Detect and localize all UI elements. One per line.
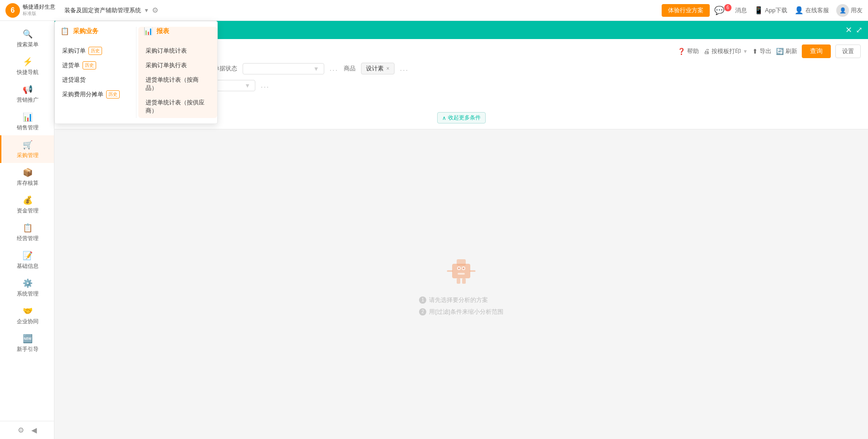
sidebar-bottom: ⚙ ◀: [0, 421, 54, 439]
sidebar-item-inventory[interactable]: 📦 库存核算: [0, 163, 54, 191]
user-area[interactable]: 👤 用友: [836, 4, 863, 17]
basicinfo-icon: 📝: [23, 251, 33, 261]
sidebar-item-cooperation[interactable]: 🤝 企业协同: [0, 301, 54, 329]
sidebar-item-guide[interactable]: 🆕 新手引导: [0, 329, 54, 357]
print-btn[interactable]: 🖨 按模板打印 ▼: [703, 47, 748, 55]
inventory-icon: 📦: [23, 168, 33, 178]
svg-rect-9: [457, 278, 460, 284]
collapse-up-icon: ∧: [442, 115, 446, 121]
export-btn[interactable]: ⬆ 导出: [752, 47, 771, 55]
goods-label: 商品: [344, 64, 356, 73]
settings-btn[interactable]: 设置: [835, 44, 861, 58]
help-icon: ❓: [678, 48, 685, 55]
tab-close-window-btn[interactable]: ✕: [845, 25, 852, 35]
refresh-btn[interactable]: 🔄 刷新: [776, 47, 797, 55]
export-icon: ⬆: [752, 48, 758, 55]
sidebar-item-basicinfo[interactable]: 📝 基础信息: [0, 246, 54, 274]
dropdown-purchase-order[interactable]: 采购订单 历史: [60, 44, 129, 58]
dropdown-inbound-stat-supplier[interactable]: 进货单统计表（按供应商）: [144, 95, 212, 118]
hist-badge-1: 历史: [83, 61, 96, 69]
header-right: 💬 6 消息 📱 App下载 👤 在线客服 👤 用友: [714, 4, 863, 17]
goods-tag: 设计素 ×: [361, 63, 395, 74]
sidebar-item-sales[interactable]: 📊 销售管理: [0, 108, 54, 135]
report-col-title: 📊 报表: [144, 27, 212, 38]
print-dropdown-icon[interactable]: ▼: [743, 49, 748, 54]
purchase-dropdown-menu: 📋 采购业务 采购订单 历史 进货单 历史 进贷退货 采购费用分摊单 历史 📊 …: [54, 21, 218, 124]
cooperation-icon: 🤝: [23, 306, 33, 316]
hist-badge-3: 历史: [106, 90, 120, 99]
goods-dots[interactable]: ...: [400, 64, 409, 73]
dropdown-inbound-stat-goods[interactable]: 进货单统计表（按商品）: [144, 73, 212, 95]
salesperson-chevron-down-icon: ▼: [244, 82, 250, 89]
sales-icon: 📊: [23, 112, 33, 122]
report-icon: 📊: [144, 27, 153, 35]
finance-icon: 💰: [23, 195, 33, 205]
empty-area: 1 请先选择要分析的方案 2 用[过滤]条件来缩小分析范围: [54, 129, 868, 439]
sidebar-collapse-icon[interactable]: ◀: [31, 426, 37, 434]
sidebar-item-system[interactable]: ⚙️ 系统管理: [0, 274, 54, 301]
sidebar-item-quick[interactable]: ⚡ 快捷导航: [0, 52, 54, 80]
query-btn[interactable]: 查询: [802, 44, 831, 58]
sidebar: 🔍 搜索菜单 ⚡ 快捷导航 📢 营销推广 📊 销售管理 🛒 采购管理 📦 库存核…: [0, 21, 54, 439]
svg-point-4: [458, 267, 460, 269]
svg-rect-10: [462, 278, 466, 284]
empty-robot-svg: [443, 251, 479, 287]
hist-badge-0: 历史: [88, 47, 102, 55]
system-icon: ⚙️: [23, 278, 33, 288]
operations-icon: 📋: [23, 223, 33, 233]
dropdown-purchase-order-stat[interactable]: 采购订单统计表: [144, 44, 212, 58]
sidebar-item-operations[interactable]: 📋 经营管理: [0, 218, 54, 246]
sidebar-settings-icon[interactable]: ⚙: [18, 426, 24, 434]
empty-illustration: [443, 251, 479, 289]
tab-bar-right: ✕ ⤢: [845, 25, 868, 35]
salesperson-dots[interactable]: ...: [261, 81, 269, 89]
toolbar-right: ❓ 帮助 🖨 按模板打印 ▼ ⬆ 导出 🔄 刷新: [678, 44, 861, 58]
sidebar-item-marketing[interactable]: 📢 营销推广: [0, 80, 54, 108]
dropdown-inbound[interactable]: 进货单 历史: [60, 58, 129, 73]
goods-tag-remove[interactable]: ×: [386, 65, 390, 72]
dropdown-purchase-order-exec[interactable]: 采购订单执行表: [144, 58, 212, 73]
sidebar-item-search[interactable]: 🔍 搜索菜单: [0, 25, 54, 52]
dropdown-arrow-icon[interactable]: ▼: [144, 7, 149, 14]
top-header: 6 畅捷通好生意 标准版 装备及固定资产辅助管理系统 ▼ ⚙ 体验行业方案 💬 …: [0, 0, 868, 21]
notification-badge: 6: [724, 4, 731, 11]
doc-status-select[interactable]: ▼: [243, 63, 324, 74]
refresh-icon: 🔄: [776, 48, 784, 55]
logo-icon: 6: [5, 3, 20, 18]
purchase-business-col: 📋 采购业务 采购订单 历史 进货单 历史 进贷退货 采购费用分摊单 历史: [55, 27, 134, 118]
sidebar-item-purchase[interactable]: 🛒 采购管理: [0, 135, 54, 163]
empty-hint-2: 2 用[过滤]条件来缩小分析范围: [419, 306, 503, 318]
app-download-btn[interactable]: 📱 App下载: [754, 6, 787, 15]
hint-num-2: 2: [419, 308, 426, 316]
tab-expand-btn[interactable]: ⤢: [856, 25, 863, 35]
hint-num-1: 1: [419, 296, 426, 304]
doc-status-dots[interactable]: ...: [330, 64, 338, 73]
dropdown-inbound-return[interactable]: 进贷退货: [60, 73, 129, 87]
dropdown-divider: [136, 27, 137, 118]
dropdown-purchase-expense[interactable]: 采购费用分摊单 历史: [60, 87, 129, 102]
logo-area: 6 畅捷通好生意 标准版: [5, 3, 60, 18]
system-settings-icon[interactable]: ⚙: [152, 6, 158, 15]
chevron-down-icon: ▼: [313, 65, 319, 72]
quick-icon: ⚡: [23, 57, 33, 67]
notifications-btn[interactable]: 💬 6 消息: [714, 5, 747, 15]
help-btn[interactable]: ❓ 帮助: [678, 47, 699, 55]
search-icon: 🔍: [23, 29, 33, 39]
industry-btn[interactable]: 体验行业方案: [662, 4, 710, 17]
svg-point-5: [463, 267, 464, 269]
collapse-btn[interactable]: ∧ 收起更多条件: [437, 112, 486, 123]
svg-rect-1: [457, 259, 466, 266]
empty-hints: 1 请先选择要分析的方案 2 用[过滤]条件来缩小分析范围: [419, 294, 503, 318]
system-title: 装备及固定资产辅助管理系统 ▼ ⚙: [64, 6, 657, 15]
purchase-business-title: 📋 采购业务: [60, 27, 129, 38]
purchase-icon: 🛒: [23, 140, 33, 150]
marketing-icon: 📢: [23, 84, 33, 94]
sidebar-item-finance[interactable]: 💰 资金管理: [0, 191, 54, 218]
logo-title: 畅捷通好生意: [23, 4, 55, 11]
print-icon: 🖨: [703, 48, 710, 55]
guide-icon: 🆕: [23, 334, 33, 344]
online-service-btn[interactable]: 👤 在线客服: [795, 6, 829, 15]
logo-sub: 标准版: [23, 10, 55, 17]
user-avatar: 👤: [836, 4, 849, 17]
svg-rect-6: [458, 273, 465, 275]
